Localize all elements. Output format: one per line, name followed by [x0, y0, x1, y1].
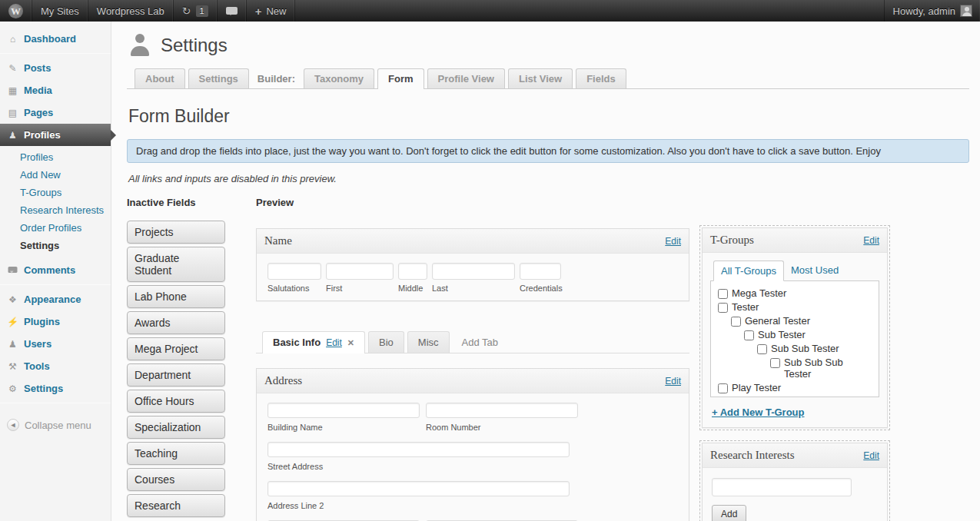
tgroup-label: Sub Sub Tester — [771, 343, 839, 354]
sidebar-item-tools[interactable]: ⚒ Tools — [0, 355, 111, 377]
building-name-input[interactable] — [267, 403, 420, 418]
building-name-label: Building Name — [267, 423, 420, 432]
room-number-input[interactable] — [426, 403, 578, 418]
tgroup-item: Play Tester — [718, 382, 872, 393]
tab-about[interactable]: About — [135, 68, 185, 88]
salutations-input[interactable] — [267, 263, 321, 280]
tgroup-checkbox[interactable] — [770, 358, 780, 368]
sidebar-label: Pages — [24, 107, 53, 118]
tgroups-tabs: All T-Groups Most Used — [710, 260, 879, 280]
address-metabox: Address Edit Building Name Room Number S… — [256, 368, 689, 521]
tgroups-metabox-header[interactable]: T-Groups Edit — [703, 228, 887, 253]
tab-most-used[interactable]: Most Used — [784, 260, 845, 280]
inactive-field-office-hours[interactable]: Office Hours — [127, 390, 225, 413]
tgroups-body: All T-Groups Most Used Mega Tester Teste… — [703, 253, 887, 427]
profile-person-icon — [128, 34, 151, 57]
basic-info-edit-link[interactable]: Edit — [326, 337, 342, 348]
tgroup-checkbox[interactable] — [757, 344, 767, 354]
submenu-item-research-interests[interactable]: Research Interests — [0, 201, 111, 219]
tab-taxonomy[interactable]: Taxonomy — [304, 68, 374, 88]
inactive-field-research[interactable]: Research — [127, 494, 225, 517]
inactive-field-department[interactable]: Department — [127, 363, 225, 387]
add-new-tgroup-link[interactable]: + Add New T-Group — [710, 407, 805, 418]
sidebar-item-profiles[interactable]: ♟ Profiles — [0, 124, 111, 146]
tab-settings[interactable]: Settings — [188, 68, 249, 88]
last-name-input[interactable] — [432, 263, 515, 280]
updates-count-badge: 1 — [196, 5, 208, 17]
tab-bio[interactable]: Bio — [368, 331, 404, 353]
wordpress-logo-button[interactable]: W — [0, 0, 32, 22]
tgroup-label: General Tester — [745, 315, 810, 327]
tgroup-checkbox[interactable] — [718, 383, 728, 393]
tgroup-checkbox[interactable] — [744, 330, 754, 340]
salutations-label: Salutations — [267, 284, 321, 293]
tgroup-checkbox[interactable] — [731, 317, 741, 327]
address-edit-link[interactable]: Edit — [665, 376, 681, 387]
sidebar-item-dashboard[interactable]: ⌂ Dashboard — [0, 28, 111, 50]
sidebar-item-comments[interactable]: Comments — [0, 259, 111, 281]
sidebar-item-pages[interactable]: ▤ Pages — [0, 101, 111, 124]
add-tab-button[interactable]: Add Tab — [453, 332, 507, 353]
sidebar-item-appearance[interactable]: ❖ Appearance — [0, 288, 111, 310]
submenu-item-add-new[interactable]: Add New — [0, 166, 111, 184]
street-address-input[interactable] — [267, 442, 570, 457]
tgroup-checkbox[interactable] — [718, 289, 728, 299]
address-metabox-header[interactable]: Address Edit — [257, 369, 689, 393]
inactive-field-mega-project[interactable]: Mega Project — [127, 337, 225, 360]
tab-list-view[interactable]: List View — [508, 68, 573, 88]
new-content-menu[interactable]: + New — [247, 0, 296, 22]
inactive-field-graduate-student[interactable]: Graduate Student — [127, 247, 225, 282]
research-add-button[interactable]: Add — [712, 505, 746, 521]
sidebar-label: Profiles — [24, 129, 61, 141]
profiles-submenu: Profiles Add New T-Groups Research Inter… — [0, 146, 111, 259]
collapse-arrow-icon: ◄ — [7, 419, 19, 431]
submenu-item-order-profiles[interactable]: Order Profiles — [0, 219, 111, 237]
sidebar-item-plugins[interactable]: ⚡ Plugins — [0, 310, 111, 333]
menu-separator — [0, 53, 111, 54]
credentials-input[interactable] — [520, 263, 561, 280]
account-menu[interactable]: Howdy, admin — [884, 0, 980, 22]
sidebar-item-users[interactable]: ♟ Users — [0, 333, 111, 355]
inactive-field-courses[interactable]: Courses — [127, 468, 225, 491]
tab-close-icon[interactable]: ✕ — [347, 338, 354, 347]
research-metabox-header[interactable]: Research Interests Edit — [703, 443, 887, 468]
sidebar-item-settings[interactable]: ⚙ Settings — [0, 377, 111, 400]
inactive-field-lab-phone[interactable]: Lab Phone — [127, 285, 225, 308]
tab-fields[interactable]: Fields — [576, 68, 626, 88]
tgroups-edit-link[interactable]: Edit — [863, 235, 879, 246]
tab-misc[interactable]: Misc — [407, 331, 450, 353]
name-edit-link[interactable]: Edit — [665, 236, 681, 247]
inactive-fields-column: Inactive Fields Projects Graduate Studen… — [127, 197, 256, 521]
appearance-icon: ❖ — [7, 294, 18, 305]
research-edit-link[interactable]: Edit — [863, 450, 879, 461]
tab-profile-view[interactable]: Profile View — [427, 68, 505, 88]
inactive-field-projects[interactable]: Projects — [127, 221, 225, 244]
name-fields-row: Salutations First Middle Last Credential… — [257, 254, 689, 300]
right-column: T-Groups Edit All T-Groups Most Used Meg… — [702, 197, 888, 521]
comments-menu[interactable] — [218, 0, 247, 22]
research-metabox-title: Research Interests — [710, 449, 795, 462]
sidebar-item-posts[interactable]: ✎ Posts — [0, 57, 111, 79]
site-name-menu[interactable]: Wordpress Lab — [88, 0, 174, 22]
info-notice: Drag and drop the fields into place, jus… — [127, 139, 969, 163]
my-sites-menu[interactable]: My Sites — [32, 0, 88, 22]
tgroup-checkbox[interactable] — [718, 303, 728, 313]
inactive-field-teaching[interactable]: Teaching — [127, 442, 225, 465]
tgroup-item: Sub Tester — [744, 329, 872, 340]
collapse-menu-button[interactable]: ◄ Collapse menu — [0, 413, 111, 437]
tab-basic-info[interactable]: Basic InfoEdit✕ — [262, 331, 365, 353]
research-interest-input[interactable] — [712, 478, 852, 496]
middle-name-input[interactable] — [398, 263, 427, 280]
address-line-2-input[interactable] — [267, 481, 570, 496]
sidebar-item-media[interactable]: ▦ Media — [0, 79, 111, 101]
updates-menu[interactable]: ↻ 1 — [174, 0, 218, 22]
name-metabox-header[interactable]: Name Edit — [257, 229, 689, 254]
inactive-field-awards[interactable]: Awards — [127, 311, 225, 334]
first-name-input[interactable] — [326, 263, 394, 280]
tab-all-tgroups[interactable]: All T-Groups — [713, 260, 784, 281]
tab-form[interactable]: Form — [377, 68, 424, 89]
submenu-item-settings[interactable]: Settings — [0, 237, 111, 254]
submenu-item-t-groups[interactable]: T-Groups — [0, 184, 111, 201]
inactive-field-specialization[interactable]: Specialization — [127, 416, 225, 439]
submenu-item-profiles[interactable]: Profiles — [0, 148, 111, 166]
